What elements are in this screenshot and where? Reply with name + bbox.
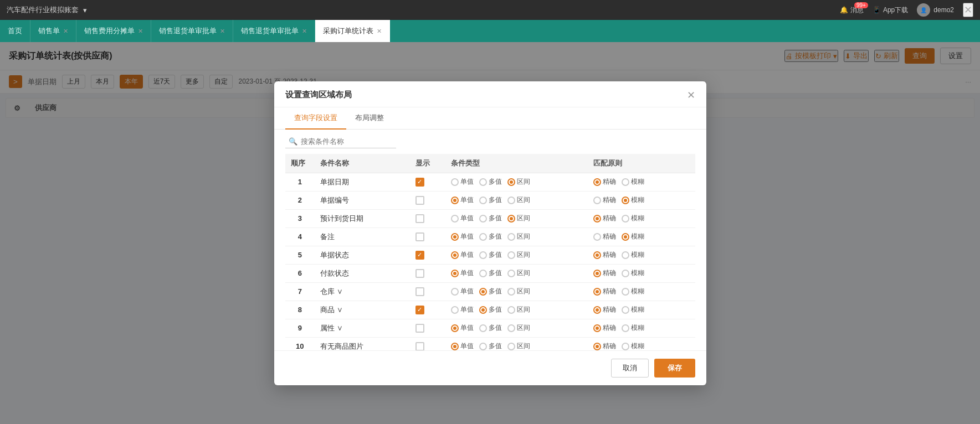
radio-type-区间[interactable]: 区间 (507, 323, 530, 333)
radio-circle (479, 306, 487, 314)
radio-match-模糊[interactable]: 模糊 (622, 214, 644, 223)
radio-type-多值[interactable]: 多值 (479, 195, 502, 205)
radio-type-多值[interactable]: 多值 (479, 323, 502, 333)
checkbox[interactable] (415, 214, 424, 223)
radio-match-精确[interactable]: 精确 (593, 305, 616, 314)
cell-show[interactable] (410, 319, 445, 337)
app-download-area[interactable]: 📱 App下载 (873, 6, 908, 15)
radio-match-模糊[interactable]: 模糊 (622, 342, 644, 350)
radio-type-单值[interactable]: 单值 (451, 268, 474, 278)
tab-sales-order-close[interactable]: ✕ (63, 28, 68, 35)
cell-show[interactable] (410, 209, 445, 227)
app-dropdown-icon[interactable]: ▾ (83, 6, 87, 14)
checkbox[interactable] (415, 251, 424, 260)
cell-show[interactable] (410, 264, 445, 282)
radio-type-多值[interactable]: 多值 (479, 250, 502, 260)
radio-match-精确[interactable]: 精确 (593, 342, 616, 350)
checkbox[interactable] (415, 269, 424, 278)
cell-show[interactable] (410, 246, 445, 264)
cell-show[interactable] (410, 173, 445, 192)
cell-match: 精确模糊 (588, 173, 695, 192)
tab-sales-return[interactable]: 销售退货单审批单 ✕ (151, 20, 233, 42)
radio-type-区间[interactable]: 区间 (507, 305, 530, 314)
dialog-tab-layout[interactable]: 布局调整 (346, 107, 393, 130)
cell-show[interactable] (410, 227, 445, 246)
radio-match-模糊[interactable]: 模糊 (622, 323, 644, 333)
app-name-area: 汽车配件行业模拟账套 ▾ (7, 5, 87, 15)
checkbox[interactable] (415, 232, 424, 241)
user-info-area[interactable]: 👤 demo2 (917, 3, 954, 17)
radio-match-模糊[interactable]: 模糊 (622, 268, 644, 278)
radio-type-区间[interactable]: 区间 (507, 232, 530, 241)
cell-show[interactable] (410, 337, 445, 350)
radio-type-单值[interactable]: 单值 (451, 250, 474, 260)
radio-match-精确[interactable]: 精确 (593, 323, 616, 333)
radio-match-精确[interactable]: 精确 (593, 214, 616, 223)
radio-match-模糊[interactable]: 模糊 (622, 305, 644, 314)
tab-sales-order[interactable]: 销售单 ✕ (30, 20, 76, 42)
save-button[interactable]: 保存 (654, 359, 695, 378)
radio-type-单值[interactable]: 单值 (451, 323, 474, 333)
cell-show[interactable] (410, 282, 445, 301)
tab-sales-return2[interactable]: 销售退货单审批单 ✕ (233, 20, 315, 42)
tab-sales-expense-close[interactable]: ✕ (138, 28, 143, 35)
radio-match-模糊[interactable]: 模糊 (622, 287, 644, 296)
radio-match-精确[interactable]: 精确 (593, 268, 616, 278)
radio-match-模糊[interactable]: 模糊 (622, 232, 644, 241)
radio-type-区间[interactable]: 区间 (507, 250, 530, 260)
radio-type-多值[interactable]: 多值 (479, 232, 502, 241)
radio-type-区间[interactable]: 区间 (507, 342, 530, 350)
radio-type-多值[interactable]: 多值 (479, 342, 502, 350)
dialog-close-button[interactable]: ✕ (687, 89, 695, 101)
radio-match-精确[interactable]: 精确 (593, 287, 616, 296)
radio-type-区间[interactable]: 区间 (507, 195, 530, 205)
checkbox[interactable] (415, 324, 424, 333)
cell-show[interactable] (410, 191, 445, 209)
dialog-tab-query-fields[interactable]: 查询字段设置 (285, 107, 346, 130)
search-input[interactable] (301, 137, 393, 146)
notifications-area[interactable]: 🔔 消息 99+ (840, 6, 864, 15)
radio-type-单值[interactable]: 单值 (451, 342, 474, 350)
tab-home[interactable]: 首页 (0, 20, 30, 42)
radio-type-多值[interactable]: 多值 (479, 214, 502, 223)
radio-match-精确[interactable]: 精确 (593, 177, 616, 187)
radio-type-多值[interactable]: 多值 (479, 305, 502, 314)
radio-match-精确[interactable]: 精确 (593, 232, 616, 241)
checkbox[interactable] (415, 306, 424, 314)
tab-purchase-stats-close[interactable]: ✕ (377, 28, 382, 35)
radio-match-模糊[interactable]: 模糊 (622, 177, 644, 187)
checkbox[interactable] (415, 342, 424, 350)
radio-type-多值[interactable]: 多值 (479, 287, 502, 296)
top-close-button[interactable]: ✕ (963, 3, 973, 17)
tab-purchase-stats[interactable]: 采购订单统计表 ✕ (315, 20, 390, 42)
radio-match-精确[interactable]: 精确 (593, 250, 616, 260)
tab-sales-return-close[interactable]: ✕ (220, 28, 225, 35)
checkbox[interactable] (415, 287, 424, 296)
radio-type-区间[interactable]: 区间 (507, 214, 530, 223)
dialog-search-area: 🔍 (274, 130, 706, 154)
tab-sales-return2-label: 销售退货单审批单 (241, 26, 299, 36)
cell-match: 精确模糊 (588, 209, 695, 227)
radio-type-多值[interactable]: 多值 (479, 268, 502, 278)
tab-sales-return2-close[interactable]: ✕ (302, 28, 307, 35)
tab-sales-expense[interactable]: 销售费用分摊单 ✕ (76, 20, 151, 42)
checkbox[interactable] (415, 196, 424, 205)
radio-type-单值[interactable]: 单值 (451, 287, 474, 296)
radio-match-模糊[interactable]: 模糊 (622, 250, 644, 260)
radio-type-区间[interactable]: 区间 (507, 177, 530, 187)
radio-type-单值[interactable]: 单值 (451, 305, 474, 314)
radio-type-单值[interactable]: 单值 (451, 232, 474, 241)
radio-type-区间[interactable]: 区间 (507, 287, 530, 296)
download-icon: 📱 (873, 6, 881, 14)
radio-type-多值[interactable]: 多值 (479, 177, 502, 187)
radio-match-精确[interactable]: 精确 (593, 195, 616, 205)
cancel-button[interactable]: 取消 (611, 359, 649, 378)
radio-type-区间[interactable]: 区间 (507, 268, 530, 278)
checkbox[interactable] (415, 178, 424, 187)
radio-type-单值[interactable]: 单值 (451, 214, 474, 223)
radio-type-单值[interactable]: 单值 (451, 177, 474, 187)
radio-type-单值[interactable]: 单值 (451, 195, 474, 205)
cell-order: 5 (285, 246, 315, 264)
radio-match-模糊[interactable]: 模糊 (622, 195, 644, 205)
cell-show[interactable] (410, 301, 445, 319)
